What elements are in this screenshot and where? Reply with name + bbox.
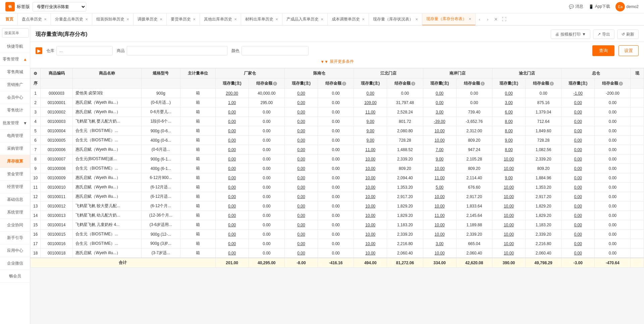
total-qty-cell[interactable]: 0.00: [561, 154, 595, 164]
jiangbei-qty-cell[interactable]: 9.00: [354, 136, 387, 145]
jiangbei-qty-cell[interactable]: 11.00: [354, 107, 387, 117]
nantan-qty-cell[interactable]: 10.00: [423, 192, 456, 201]
chennan-qty-cell[interactable]: 0.00: [284, 183, 318, 192]
org-dropdown[interactable]: 母婴行业演示陈套: [33, 2, 86, 11]
yubei-qty-cell[interactable]: 8.00: [492, 117, 525, 126]
total-qty-cell[interactable]: 0.00: [561, 164, 595, 173]
nantan-qty-cell[interactable]: 0.00: [423, 98, 456, 107]
chennan-qty-cell[interactable]: 0.00: [284, 192, 318, 201]
nantan-qty-cell[interactable]: 10.00: [423, 220, 456, 230]
yubei-qty-cell[interactable]: 10.00: [492, 220, 525, 230]
yubei-qty-cell[interactable]: 8.00: [492, 126, 525, 136]
tab-assembly-close[interactable]: ✕: [126, 17, 129, 21]
yubei-qty-cell[interactable]: 10.00: [492, 248, 525, 258]
factory-qty-cell[interactable]: 1.00: [215, 98, 249, 107]
nantan-qty-cell[interactable]: 11.00: [423, 173, 456, 183]
factory-qty-cell[interactable]: 0.00: [215, 173, 249, 183]
factory-qty-cell[interactable]: 0.00: [215, 136, 249, 145]
sidebar-item-finance[interactable]: 资金管理: [0, 168, 30, 181]
nantan-qty-cell[interactable]: 5.00: [423, 183, 456, 192]
chennan-qty-cell[interactable]: 0.00: [284, 248, 318, 258]
total-qty-cell[interactable]: -1.00: [561, 89, 595, 98]
sidebar-item-enterprise-wx[interactable]: 企业微信: [0, 257, 30, 270]
total-qty-cell[interactable]: 0.00: [561, 145, 595, 154]
jiangbei-amt-info-icon[interactable]: i: [411, 82, 415, 86]
nantan-qty-cell[interactable]: 10.00: [423, 201, 456, 211]
nantan-qty-cell[interactable]: 10.00: [423, 248, 456, 258]
sidebar-item-member2[interactable]: 畅会员: [0, 270, 30, 283]
chennan-qty-cell[interactable]: 0.00: [284, 136, 318, 145]
factory-qty-cell[interactable]: 0.00: [215, 211, 249, 220]
sidebar-item-enterprise[interactable]: 企业协同: [0, 219, 30, 232]
factory-qty-cell[interactable]: 0.00: [215, 107, 249, 117]
nantan-qty-cell[interactable]: 10.00: [423, 126, 456, 136]
sidebar-item-ops[interactable]: 经营管理: [0, 181, 30, 193]
total-qty-cell[interactable]: 0.00: [561, 201, 595, 211]
tab-material-out-close[interactable]: ✕: [275, 17, 278, 21]
setting-btn[interactable]: 设置: [619, 45, 639, 56]
expand-more-btn[interactable]: ▼▼ 展开更多条件: [320, 59, 354, 64]
jiangbei-qty-cell[interactable]: 9.00: [354, 117, 387, 126]
chennan-qty-cell[interactable]: 0.00: [284, 164, 318, 173]
factory-amt-info-icon[interactable]: i: [273, 82, 277, 86]
jiangbei-qty-cell[interactable]: 10.00: [354, 154, 387, 164]
tab-assembly[interactable]: 组装拆卸单历史 ✕: [92, 13, 133, 26]
tab-cost-adjust[interactable]: 成本调整单历史 ✕: [328, 13, 369, 26]
tab-stock-dist-close[interactable]: ✕: [469, 17, 471, 21]
tab-inventory-count-close[interactable]: ✕: [44, 17, 47, 21]
sidebar-item-retail-mall[interactable]: 零售商城: [0, 66, 30, 79]
chennan-qty-cell[interactable]: 0.00: [284, 107, 318, 117]
total-qty-cell[interactable]: 0.00: [561, 192, 595, 201]
chennan-qty-cell[interactable]: 0.00: [284, 126, 318, 136]
nantan-qty-cell[interactable]: 7.00: [423, 145, 456, 154]
total-qty-cell[interactable]: 0.00: [561, 230, 595, 239]
nantan-qty-cell[interactable]: 10.00: [423, 164, 456, 173]
factory-qty-cell[interactable]: 0.00: [215, 145, 249, 154]
jiangbei-qty-cell[interactable]: 109.00: [354, 98, 387, 107]
factory-qty-cell[interactable]: 0.00: [215, 201, 249, 211]
tab-prev-btn[interactable]: ‹: [476, 13, 484, 26]
product-input[interactable]: babycare孕妇待产包 春季入院全套母子组合孕妇产后冬季月子用品 22件套 …: [127, 46, 227, 55]
sidebar-item-guide[interactable]: 新手引导: [0, 232, 30, 244]
total-qty-cell[interactable]: 0.00: [561, 183, 595, 192]
nantan-qty-cell[interactable]: -39.00: [423, 117, 456, 126]
nantan-qty-cell[interactable]: 11.00: [423, 211, 456, 220]
jiangbei-qty-cell[interactable]: 10.00: [354, 211, 387, 220]
chennan-qty-cell[interactable]: 0.00: [284, 117, 318, 126]
yubei-qty-cell[interactable]: 8.00: [492, 145, 525, 154]
jiangbei-qty-cell[interactable]: 10.00: [354, 173, 387, 183]
jiangbei-qty-cell[interactable]: 10.00: [354, 248, 387, 258]
sidebar-item-inventory[interactable]: 库存核算: [0, 155, 30, 168]
nantan-qty-cell[interactable]: 9.00: [423, 154, 456, 164]
yubei-qty-cell[interactable]: 9.00: [492, 136, 525, 145]
tab-close-all-btn[interactable]: ✕: [492, 13, 500, 26]
yubei-qty-cell[interactable]: 10.00: [492, 201, 525, 211]
yubei-qty-cell[interactable]: 0.00: [492, 89, 525, 98]
jiangbei-qty-cell[interactable]: 10.00: [354, 164, 387, 173]
tab-other-out-close[interactable]: ✕: [234, 17, 237, 21]
sidebar-item-ecommerce[interactable]: 电商管理: [0, 130, 30, 142]
chennan-qty-cell[interactable]: 0.00: [284, 201, 318, 211]
tab-allocation[interactable]: 调拨单历史 ✕: [133, 13, 167, 26]
total-qty-cell[interactable]: 0.00: [561, 239, 595, 248]
tab-requisition[interactable]: 要货单历史 ✕: [167, 13, 200, 26]
total-qty-cell[interactable]: 0.00: [561, 117, 595, 126]
chennan-qty-cell[interactable]: 0.00: [284, 89, 318, 98]
yubei-qty-cell[interactable]: 10.00: [492, 230, 525, 239]
sidebar-item-retail-mgmt[interactable]: 零售管理 ▲: [0, 53, 30, 66]
sidebar-item-quick-nav[interactable]: 快捷导航: [0, 40, 30, 53]
yubei-qty-cell[interactable]: 10.00: [492, 183, 525, 192]
chennan-qty-cell[interactable]: 0.00: [284, 239, 318, 248]
jiangbei-qty-cell[interactable]: 9.00: [354, 126, 387, 136]
factory-qty-cell[interactable]: 0.00: [215, 154, 249, 164]
tab-expand-btn[interactable]: ⛶: [500, 13, 508, 26]
tab-material-out[interactable]: 材料出库单历史 ✕: [241, 13, 282, 26]
export-btn[interactable]: ↗ 导出: [593, 30, 614, 39]
jiangbei-qty-cell[interactable]: 10.00: [354, 192, 387, 201]
yubei-qty-cell[interactable]: 10.00: [492, 192, 525, 201]
jiangbei-qty-cell[interactable]: 11.00: [354, 145, 387, 154]
total-qty-cell[interactable]: 0.00: [561, 136, 595, 145]
print-btn[interactable]: 🖨 按模板打印 ▼: [551, 30, 590, 39]
jiangbei-qty-cell[interactable]: 10.00: [354, 183, 387, 192]
total-qty-cell[interactable]: 0.00: [561, 107, 595, 117]
